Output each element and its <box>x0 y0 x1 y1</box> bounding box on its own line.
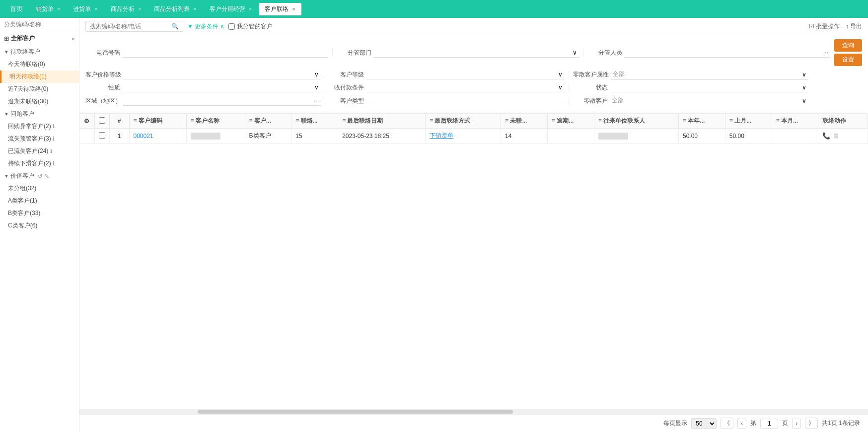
group-problem[interactable]: ▼ 问题客户 <box>0 108 79 120</box>
row-uncontacted: 14 <box>501 129 548 144</box>
chevron-down-icon: ∨ <box>573 49 577 56</box>
price-grade-select[interactable]: ∨ <box>123 70 321 79</box>
col-last-date: ≡ 最后联络日期 <box>338 114 426 129</box>
scroll-thumb[interactable] <box>198 410 513 414</box>
sidebar-item-today[interactable]: 今天待联络(0) <box>0 58 79 71</box>
col-num: # <box>109 114 129 129</box>
manager-select[interactable]: ··· <box>624 48 830 58</box>
more-conditions-btn[interactable]: ▼ 更多条件 ∧ <box>187 22 224 31</box>
export-btn[interactable]: ↑ 导出 <box>846 22 862 31</box>
row-last-date: 2023-05-23 18:25: <box>338 129 426 144</box>
nav-home[interactable]: 首页 <box>4 2 29 15</box>
nature-select[interactable]: ∨ <box>122 83 321 92</box>
arrow-icon-2: ▼ <box>4 111 9 117</box>
batch-action-btn[interactable]: ☑ 批量操作 <box>809 22 840 31</box>
horizontal-scrollbar[interactable] <box>79 409 868 414</box>
phone-icon[interactable]: 📞 <box>822 132 830 140</box>
retail-attr-select[interactable]: 全部 ∨ <box>611 69 808 80</box>
collapse-icon[interactable]: « <box>72 35 75 42</box>
close-icon-2[interactable]: × <box>138 6 141 12</box>
field-retail-customer: 零散客户 全部 ∨ <box>573 95 808 106</box>
select-all-checkbox[interactable] <box>99 117 105 124</box>
sidebar-item-class-c[interactable]: C类客户(6) <box>0 219 79 232</box>
sidebar: 🔍 ⊞ 全部客户 « ▼ 待联络客户 今天待联络(0) 明天待联络(1) 近7天… <box>0 18 79 432</box>
nav-tab-1[interactable]: 进货单 × <box>67 3 103 15</box>
row-select-checkbox[interactable] <box>99 132 105 139</box>
filter-search-box: 🔍 <box>85 21 183 32</box>
group-value[interactable]: ▼ 价值客户 ↺ ✎ <box>0 170 79 182</box>
close-icon-5[interactable]: × <box>292 6 295 12</box>
table-header-row: ⚙ # ≡ 客户编码 ≡ 客户名称 ≡ 客户... ≡ 联络... ≡ 最后联络… <box>79 114 868 129</box>
next-page-btn[interactable]: › <box>792 419 801 429</box>
page-input[interactable] <box>760 419 778 429</box>
content-area: 🔍 ▼ 更多条件 ∧ 我分管的客户 ☑ 批量操作 ↑ 导出 <box>79 18 868 432</box>
row-code[interactable]: 000021 <box>129 129 186 144</box>
row-last-way[interactable]: 下销货单 <box>426 129 501 144</box>
col-unit-contact: ≡ 往来单位联系人 <box>594 114 678 129</box>
sidebar-item-ungroup[interactable]: 未分组(32) <box>0 182 79 195</box>
sidebar-item-declining[interactable]: 持续下滑客户(2) ℹ <box>0 157 79 170</box>
row-this-year: 50.00 <box>679 129 725 144</box>
last-page-btn[interactable]: 》 <box>805 418 818 429</box>
table-row: 1 000021 Ea B类客户 15 2023-05-23 18:25: 下销… <box>79 129 868 144</box>
query-button[interactable]: 查询 <box>834 39 862 52</box>
prev-page-btn[interactable]: ‹ <box>737 419 746 429</box>
phone-input[interactable] <box>122 48 328 58</box>
field-phone: 电话号码 <box>85 48 328 58</box>
per-page-select[interactable]: 50 100 200 <box>691 418 717 429</box>
chevron-down-icon-4: ∨ <box>802 71 806 78</box>
first-page-btn[interactable]: 《 <box>721 418 733 429</box>
filter-panel: 电话号码 分管部门 ∨ 分管人员 ··· <box>79 35 868 114</box>
region-select[interactable]: ··· <box>123 96 321 106</box>
dept-select[interactable]: ∨ <box>373 48 579 58</box>
status-select[interactable]: ∨ <box>610 83 808 92</box>
search-icon-main[interactable]: 🔍 <box>171 23 179 30</box>
col-gear[interactable]: ⚙ <box>79 114 94 129</box>
grid-action-icon[interactable]: ⊞ <box>833 132 839 140</box>
field-region: 区域（地区） ··· <box>85 96 321 106</box>
close-icon-4[interactable]: × <box>249 6 252 12</box>
payment-select[interactable]: ∨ <box>366 83 565 92</box>
all-customers[interactable]: ⊞ 全部客户 « <box>0 31 79 46</box>
retail-customer-select[interactable]: 全部 ∨ <box>610 95 808 106</box>
ellipsis-icon-2: ··· <box>314 97 319 104</box>
sidebar-item-abnormal[interactable]: 回购异常客户(2) ℹ <box>0 120 79 133</box>
right-actions: ☑ 批量操作 ↑ 导出 <box>809 22 862 31</box>
col-checkbox[interactable] <box>94 114 109 129</box>
nav-tab-4[interactable]: 客户分层经营 × <box>204 3 258 15</box>
customer-type-select[interactable] <box>366 100 565 102</box>
my-customers-checkbox[interactable]: 我分管的客户 <box>228 22 273 31</box>
sidebar-item-overdue[interactable]: 逾期未联络(30) <box>0 95 79 108</box>
sidebar-item-warning[interactable]: 流失预警客户(3) ℹ <box>0 133 79 145</box>
set-button[interactable]: 设置 <box>834 54 862 66</box>
total-info: 共1页 1条记录 <box>822 419 860 428</box>
sidebar-search-input[interactable] <box>4 21 78 28</box>
close-icon-3[interactable]: × <box>193 6 196 12</box>
close-icon-0[interactable]: × <box>57 6 60 12</box>
col-action: 联络动作 <box>818 114 868 129</box>
sidebar-item-class-a[interactable]: A类客户(1) <box>0 195 79 207</box>
nav-tab-3[interactable]: 商品分析列表 × <box>148 3 202 15</box>
group-pending[interactable]: ▼ 待联络客户 <box>0 46 79 58</box>
row-checkbox[interactable] <box>94 129 109 144</box>
row-last-month: 50.00 <box>725 129 772 144</box>
field-retail-attr: 零散客户属性 全部 ∨ <box>573 69 808 80</box>
row-type: B类客户 <box>245 129 291 144</box>
filter-search-input[interactable] <box>90 23 169 30</box>
sidebar-item-class-b[interactable]: B类客户(33) <box>0 207 79 219</box>
sidebar-item-lost[interactable]: 已流失客户(24) ℹ <box>0 145 79 157</box>
chevron-down-icon-3: ∨ <box>558 71 563 78</box>
arrow-icon: ▼ <box>4 49 9 55</box>
nav-tab-5[interactable]: 客户联络 × <box>259 3 301 15</box>
close-icon-1[interactable]: × <box>94 6 97 12</box>
nav-tab-2[interactable]: 商品分析 × <box>105 3 147 15</box>
row-name[interactable]: Ea <box>186 129 245 144</box>
my-customers-check[interactable] <box>228 23 235 30</box>
sidebar-item-tomorrow[interactable]: 明天待联络(1) <box>0 71 79 83</box>
nav-tab-0[interactable]: 销货单 × <box>30 3 66 15</box>
col-this-month: ≡ 本月... <box>772 114 818 129</box>
customer-grade-select[interactable]: ∨ <box>366 70 565 79</box>
page-label: 第 <box>750 419 756 428</box>
sidebar-item-7days[interactable]: 近7天待联络(0) <box>0 83 79 95</box>
field-manager: 分管人员 ··· <box>587 48 830 58</box>
